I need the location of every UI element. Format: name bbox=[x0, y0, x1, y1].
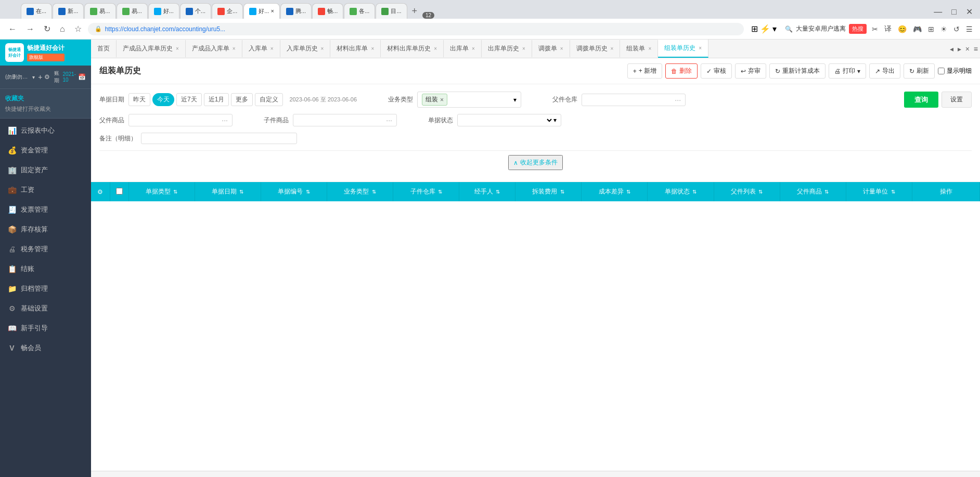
grid-icon[interactable]: ⊞ bbox=[751, 24, 758, 34]
close-tab-adjust-history[interactable]: × bbox=[611, 46, 614, 51]
browser-tab-8[interactable]: 好... × bbox=[243, 3, 280, 19]
browser-tab-3[interactable]: 易... bbox=[84, 3, 115, 19]
date-btn-yesterday[interactable]: 昨天 bbox=[128, 93, 150, 106]
back-button[interactable]: ← bbox=[5, 22, 20, 36]
date-btn-today[interactable]: 今天 bbox=[152, 93, 174, 106]
tab-material-out[interactable]: 材料出库单 × bbox=[330, 40, 381, 57]
tabs-menu-button[interactable]: ≡ bbox=[972, 43, 980, 55]
date-btn-1month[interactable]: 近1月 bbox=[204, 93, 229, 106]
close-tab-assemble-history[interactable]: × bbox=[699, 45, 702, 51]
undo-tool[interactable]: ↺ bbox=[951, 23, 962, 35]
sidebar-item-archive[interactable]: 📁 归档管理 bbox=[0, 279, 91, 299]
tab-product-in[interactable]: 产成品入库单 × bbox=[186, 40, 242, 57]
apps-tool[interactable]: ⊞ bbox=[926, 23, 936, 35]
sidebar-item-guide[interactable]: 📖 新手引导 bbox=[0, 318, 91, 338]
close-tab-product-in[interactable]: × bbox=[233, 46, 236, 51]
tab-in-order[interactable]: 入库单 × bbox=[242, 40, 280, 57]
parent-goods-more-icon[interactable]: ··· bbox=[222, 116, 228, 124]
brightness-tool[interactable]: ☀ bbox=[938, 23, 949, 35]
delete-button[interactable]: 🗑 删除 bbox=[665, 63, 698, 79]
new-tab-button[interactable]: + bbox=[408, 6, 422, 17]
browser-tab-12[interactable]: 目... bbox=[376, 3, 407, 19]
tab-material-out-history[interactable]: 材料出库单历史 × bbox=[381, 40, 444, 57]
settings-filter-button[interactable]: 设置 bbox=[942, 92, 972, 108]
tab-adjust-history[interactable]: 调拨单历史 × bbox=[570, 40, 621, 57]
browser-tab-6[interactable]: 个... bbox=[180, 3, 211, 19]
close-tab-in-history[interactable]: × bbox=[321, 46, 324, 51]
col-type[interactable]: 单据类型 ⇅ bbox=[128, 182, 195, 201]
sidebar-item-tax[interactable]: 🖨 税务管理 bbox=[0, 239, 91, 259]
translate-tool[interactable]: 译 bbox=[882, 22, 894, 36]
tab-adjust[interactable]: 调拨单 × bbox=[532, 40, 570, 57]
tabs-next-button[interactable]: ▸ bbox=[956, 43, 963, 55]
parent-warehouse-more-icon[interactable]: ··· bbox=[675, 96, 681, 104]
close-tab-in-order[interactable]: × bbox=[270, 46, 274, 51]
scissors-tool[interactable]: ✂ bbox=[870, 23, 880, 35]
col-handler[interactable]: 经手人 ⇅ bbox=[459, 182, 515, 201]
tab-assemble-history[interactable]: 组装单历史 × bbox=[658, 40, 708, 58]
bookmark-button[interactable]: ☆ bbox=[71, 22, 85, 36]
col-child-warehouse[interactable]: 子件仓库 ⇅ bbox=[393, 182, 459, 201]
browser-tab-9[interactable]: 腾... bbox=[280, 3, 312, 19]
tab-assemble[interactable]: 组装单 × bbox=[620, 40, 658, 57]
refresh-button[interactable]: ↻ 刷新 bbox=[904, 63, 935, 79]
refresh-browser-button[interactable]: ↻ bbox=[41, 22, 54, 36]
audit-button[interactable]: ✓ 审核 bbox=[701, 63, 732, 79]
remark-input[interactable] bbox=[146, 135, 292, 142]
sidebar-item-vip[interactable]: V 畅会员 bbox=[0, 338, 91, 358]
browser-tab-1[interactable]: 在... bbox=[21, 3, 52, 19]
parent-goods-input[interactable] bbox=[133, 117, 222, 124]
calendar-icon[interactable]: 📅 bbox=[78, 73, 86, 81]
order-status-select[interactable] bbox=[462, 116, 553, 124]
close-tab-out-history[interactable]: × bbox=[522, 46, 525, 51]
sidebar-item-invoice[interactable]: 🧾 发票管理 bbox=[0, 200, 91, 220]
minimize-btn[interactable]: — bbox=[931, 5, 945, 19]
export-button[interactable]: ↗ 导出 bbox=[869, 63, 900, 79]
close-tab-material-out-history[interactable]: × bbox=[434, 46, 437, 51]
date-btn-more[interactable]: 更多 bbox=[231, 93, 253, 106]
col-unit[interactable]: 计量单位 ⇅ bbox=[846, 182, 912, 201]
tabs-close-all-button[interactable]: × bbox=[963, 43, 972, 55]
browser-tab-5[interactable]: 好... bbox=[148, 3, 179, 19]
col-checkbox[interactable] bbox=[110, 182, 128, 201]
col-number[interactable]: 单据编号 ⇅ bbox=[261, 182, 327, 201]
recalculate-button[interactable]: ↻ 重新计算成本 bbox=[769, 63, 826, 79]
date-btn-custom[interactable]: 自定义 bbox=[255, 93, 283, 106]
sidebar-item-settle[interactable]: 📋 结账 bbox=[0, 259, 91, 279]
abandon-button[interactable]: ↩ 弃审 bbox=[735, 63, 766, 79]
col-parent-list[interactable]: 父件列表 ⇅ bbox=[714, 182, 780, 201]
select-all-checkbox[interactable] bbox=[116, 188, 123, 195]
close-tab-material-out[interactable]: × bbox=[371, 46, 374, 51]
child-goods-input[interactable] bbox=[298, 117, 386, 124]
maximize-btn[interactable]: □ bbox=[948, 5, 960, 19]
sidebar-item-funds[interactable]: 💰 资金管理 bbox=[0, 140, 91, 160]
close-tab-assemble[interactable]: × bbox=[648, 46, 651, 51]
close-tab-product-in-history[interactable]: × bbox=[176, 46, 179, 51]
col-biz-type[interactable]: 业务类型 ⇅ bbox=[327, 182, 393, 201]
add-company-icon[interactable]: + bbox=[38, 73, 42, 81]
home-browser-button[interactable]: ⌂ bbox=[57, 22, 68, 36]
browser-tab-4[interactable]: 易... bbox=[117, 3, 148, 19]
emoji-tool[interactable]: 😊 bbox=[896, 23, 909, 35]
order-status-select-wrap[interactable]: ▾ bbox=[457, 114, 561, 126]
add-button[interactable]: + + 新增 bbox=[627, 63, 662, 79]
close-tab-adjust[interactable]: × bbox=[560, 46, 563, 51]
col-settings[interactable]: ⚙ bbox=[91, 182, 110, 201]
menu-tool[interactable]: ☰ bbox=[964, 23, 975, 35]
tab-home[interactable]: 首页 bbox=[91, 40, 117, 57]
col-disassemble-fee[interactable]: 拆装费用 ⇅ bbox=[515, 182, 582, 201]
col-cost-diff[interactable]: 成本差异 ⇅ bbox=[582, 182, 648, 201]
scrollbar-area[interactable] bbox=[91, 471, 980, 477]
browser-tab-11[interactable]: 各... bbox=[344, 3, 375, 19]
parent-warehouse-input[interactable] bbox=[586, 96, 675, 104]
company-selector[interactable]: (勿删勿禁用) 江西服宝测试专用 ▾ + ⚙ 账期 2021-10 📅 bbox=[0, 66, 91, 89]
tab-product-in-history[interactable]: 产成品入库单历史 × bbox=[117, 40, 186, 57]
address-bar[interactable]: 🔒 https://cloud.chanjet.com/accounting/u… bbox=[88, 23, 744, 35]
col-date[interactable]: 单据日期 ⇅ bbox=[195, 182, 261, 201]
collapse-button[interactable]: ∧ 收起更多条件 bbox=[508, 155, 563, 170]
tab-in-history[interactable]: 入库单历史 × bbox=[280, 40, 331, 57]
browser-tab-2[interactable]: 新... bbox=[53, 3, 84, 19]
close-tab-out-order[interactable]: × bbox=[472, 46, 475, 51]
print-button[interactable]: 🖨 打印 ▾ bbox=[829, 63, 866, 79]
game-tool[interactable]: 🎮 bbox=[911, 23, 924, 35]
